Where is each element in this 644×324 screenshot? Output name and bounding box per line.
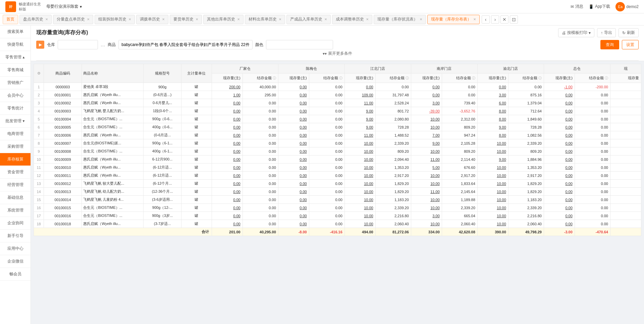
- cell-nanan-qty[interactable]: 10.00: [411, 147, 442, 155]
- cell-total-qty[interactable]: 0.00: [544, 147, 575, 155]
- sidebar-item-finance[interactable]: 资金管理: [0, 166, 31, 179]
- cell-total-qty[interactable]: 0.00: [544, 188, 575, 196]
- cell-yubei-qty[interactable]: 10.00: [477, 204, 508, 212]
- cell-factory-qty[interactable]: 0.00: [212, 107, 243, 115]
- tab-home[interactable]: 首页: [3, 15, 18, 24]
- jiangbei-amt-info-icon[interactable]: ⓘ: [406, 76, 409, 80]
- cell-yubei-qty[interactable]: 9.00: [477, 155, 508, 164]
- cell-chen-qty[interactable]: 0.00: [278, 123, 309, 131]
- cell-nanan-qty[interactable]: 10.00: [411, 180, 442, 188]
- cell-factory-qty[interactable]: 0.00: [212, 196, 243, 204]
- cell-chen-qty[interactable]: 0.00: [278, 91, 309, 99]
- industry-selector[interactable]: 母婴行业演示陈套 ▾: [46, 4, 82, 9]
- cell-yubei-qty[interactable]: 10.00: [477, 196, 508, 204]
- tab-xiancunl2[interactable]: 现存量（库存分布表） ✕: [427, 15, 480, 24]
- cell-nanan-qty[interactable]: 7.00: [411, 131, 442, 139]
- tab-close-qitachuku[interactable]: ✕: [237, 17, 240, 21]
- cell-total-qty[interactable]: 0.00: [544, 212, 575, 220]
- cell-nanan-qty[interactable]: 9.00: [411, 139, 442, 147]
- filter-expand-btn[interactable]: ▶: [36, 41, 44, 49]
- cell-chen-qty[interactable]: 0.00: [278, 172, 309, 180]
- cell-jiangbei-qty[interactable]: 10.00: [344, 172, 375, 180]
- cell-jiangbei-qty[interactable]: 10.00: [344, 139, 375, 147]
- cell-factory-qty[interactable]: 0.00: [212, 172, 243, 180]
- sidebar-item-wholesale[interactable]: 批发管理▼: [0, 115, 31, 128]
- tab-close-fenliang[interactable]: ✕: [87, 17, 90, 21]
- tab-close-xiancunl2[interactable]: ✕: [473, 17, 476, 21]
- cell-factory-qty[interactable]: 0.00: [212, 164, 243, 172]
- cell-nanan-qty[interactable]: 3.00: [411, 212, 442, 220]
- tab-zuzhuang[interactable]: 组装拆卸单历史 ✕: [95, 15, 135, 24]
- tab-yaohuo[interactable]: 要货单历史 ✕: [170, 15, 202, 24]
- cell-total-qty[interactable]: 0.00: [544, 180, 575, 188]
- cell-jiangbei-qty[interactable]: 10.00: [344, 155, 375, 164]
- cell-factory-qty[interactable]: 0.00: [212, 155, 243, 164]
- tab-diaobo[interactable]: 调拨单历史 ✕: [136, 15, 168, 24]
- cell-yubei-qty[interactable]: 10.00: [477, 212, 508, 220]
- cell-yubei-qty[interactable]: 6.00: [477, 99, 508, 107]
- print-btn[interactable]: 🖨 按模板打印 ▾: [558, 28, 594, 37]
- cell-factory-qty[interactable]: 0.00: [212, 204, 243, 212]
- cell-nanan-qty[interactable]: 10.00: [411, 123, 442, 131]
- cell-jiangbei-qty[interactable]: 10.00: [344, 212, 375, 220]
- cell-nanan-qty[interactable]: 11.00: [411, 188, 442, 196]
- tab-pandian[interactable]: 盘点单历史 ✕: [19, 15, 52, 24]
- tab-close-chengben[interactable]: ✕: [366, 17, 369, 21]
- cell-total-qty[interactable]: 0.00: [544, 115, 575, 123]
- cell-jiangbei-qty[interactable]: 10.00: [344, 196, 375, 204]
- sidebar-item-marketing[interactable]: 营销推广: [0, 77, 31, 89]
- search-btn[interactable]: 查询: [600, 40, 619, 49]
- tab-fenliang[interactable]: 分量盘点单历史 ✕: [53, 15, 93, 24]
- sidebar-item-member[interactable]: 会员中心: [0, 89, 31, 102]
- tab-close-zuzhuang[interactable]: ✕: [128, 17, 131, 21]
- cell-yubei-qty[interactable]: 9.00: [477, 123, 508, 131]
- cell-nanan-qty[interactable]: -39.00: [411, 107, 442, 115]
- cell-chen-qty[interactable]: 0.00: [278, 164, 309, 172]
- cell-factory-qty[interactable]: 0.00: [212, 139, 243, 147]
- cell-yubei-qty[interactable]: 10.00: [477, 139, 508, 147]
- tab-nav-expand[interactable]: ⊡: [510, 15, 518, 24]
- cell-chen-qty[interactable]: 0.00: [278, 188, 309, 196]
- color-input[interactable]: [266, 40, 333, 49]
- tab-nav-next[interactable]: ›: [491, 15, 499, 24]
- sidebar-item-system[interactable]: 系统管理: [0, 204, 31, 217]
- tab-cailiao[interactable]: 材料出库单历史 ✕: [245, 15, 285, 24]
- cell-factory-qty[interactable]: 0.00: [212, 123, 243, 131]
- sidebar-item-cooperation[interactable]: 企业协同: [0, 217, 31, 230]
- cell-jiangbei-qty[interactable]: 9.00: [344, 115, 375, 123]
- cell-nanan-qty[interactable]: 10.00: [411, 115, 442, 123]
- cell-chen-qty[interactable]: 0.00: [278, 147, 309, 155]
- cell-chen-qty[interactable]: 0.00: [278, 99, 309, 107]
- tab-nav-prev[interactable]: ‹: [482, 15, 490, 24]
- cell-jiangbei-qty[interactable]: 9.00: [344, 107, 375, 115]
- cell-chen-qty[interactable]: 0.00: [278, 131, 309, 139]
- cell-yubei-qty[interactable]: 3.00: [477, 91, 508, 99]
- sidebar-item-member2[interactable]: 畅会员: [0, 268, 31, 281]
- factory-amt-info-icon[interactable]: ⓘ: [273, 76, 276, 80]
- total-amt-info-icon[interactable]: ⓘ: [605, 76, 608, 80]
- sidebar-item-retail-mall[interactable]: 零售商城: [0, 64, 31, 77]
- cell-yubei-qty[interactable]: 10.00: [477, 188, 508, 196]
- cell-factory-qty[interactable]: 0.00: [212, 147, 243, 155]
- sidebar-item-operations[interactable]: 经营管理: [0, 179, 31, 191]
- cell-factory-qty[interactable]: 0.00: [212, 212, 243, 220]
- cell-yubei-qty[interactable]: 8.00: [477, 131, 508, 139]
- sidebar-item-inventory[interactable]: 库存核算: [0, 153, 31, 166]
- cell-chen-qty[interactable]: 0.00: [278, 204, 309, 212]
- cell-jiangbei-qty[interactable]: 9.00: [344, 123, 375, 131]
- cell-nanan-qty[interactable]: 10.00: [411, 196, 442, 204]
- cell-yubei-qty[interactable]: 10.00: [477, 147, 508, 155]
- cell-total-qty[interactable]: 0.00: [544, 131, 575, 139]
- chen-amt-info-icon[interactable]: ⓘ: [339, 76, 342, 80]
- cell-jiangbei-qty[interactable]: 10.00: [344, 188, 375, 196]
- expand-more-btn[interactable]: ▾▾ 展开更多条件: [36, 49, 639, 58]
- cell-jiangbei-qty[interactable]: 10.00: [344, 180, 375, 188]
- cell-jiangbei-qty[interactable]: 10.00: [344, 220, 375, 228]
- tab-close-cailiao[interactable]: ✕: [279, 17, 281, 21]
- cell-factory-qty[interactable]: 0.00: [212, 188, 243, 196]
- cell-nanan-qty[interactable]: 10.00: [411, 220, 442, 228]
- cell-yubei-qty[interactable]: 0.00: [477, 83, 508, 91]
- cell-factory-qty[interactable]: 0.00: [212, 115, 243, 123]
- cell-jiangbei-qty[interactable]: 109.00: [344, 91, 375, 99]
- nanan-amt-info-icon[interactable]: ⓘ: [472, 76, 475, 80]
